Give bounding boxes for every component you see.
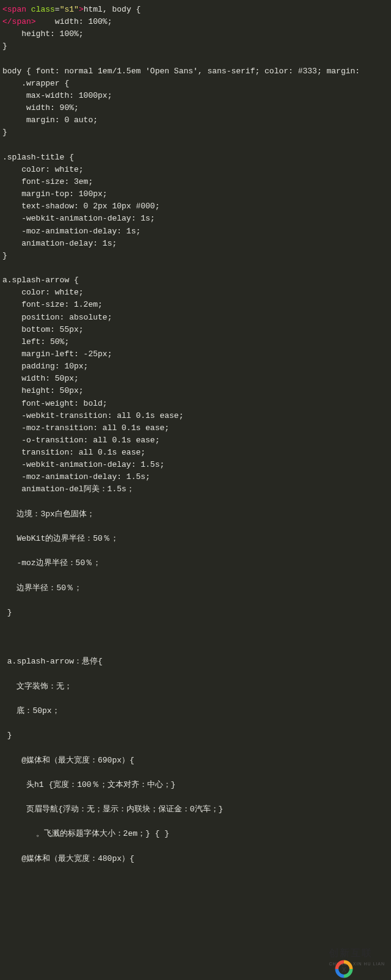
code-line: }	[2, 128, 7, 137]
code-line: position: absolute;	[2, 313, 112, 322]
code-line: a.splash-arrow：悬停{	[2, 657, 103, 666]
code-line: .splash-title {	[2, 153, 74, 162]
code-line: WebKit的边界半径：50％；	[2, 534, 119, 543]
code-line: width: 90%;	[2, 103, 79, 112]
code-line: text-shadow: 0 2px 10px #000;	[2, 202, 159, 211]
code-line: height: 50px;	[2, 386, 84, 395]
code-line: left: 50%;	[2, 337, 69, 346]
code-line: }	[2, 251, 7, 260]
tag-name: span	[7, 5, 26, 14]
code-line: bottom: 55px;	[2, 325, 84, 334]
code-line: -moz-animation-delay: 1s;	[2, 227, 141, 236]
logo-icon: X	[304, 946, 326, 968]
code-line: -webkit-animation-delay: 1.5s;	[2, 460, 164, 469]
code-line: max-width: 1000px;	[2, 91, 112, 100]
code-line: 。飞溅的标题字体大小：2em；} { }	[2, 829, 169, 838]
tag-name: span	[12, 17, 31, 26]
tag-close-bracket: >	[79, 5, 84, 14]
code-line: @媒体和（最大宽度：480px）{	[2, 854, 134, 863]
tag-open-bracket: <	[2, 5, 7, 14]
code-line: }	[2, 731, 12, 740]
code-line: -moz-transition: all 0.1s ease;	[2, 423, 169, 433]
code-block: <span class="s1">html, body { </span> wi…	[0, 0, 391, 980]
code-line: 边界半径：50％；	[2, 583, 82, 593]
code-line: -webkit-transition: all 0.1s ease;	[2, 411, 183, 420]
code-line: padding: 10px;	[2, 362, 88, 371]
code-line: }	[2, 608, 12, 617]
code-line: 边境：3px白色固体；	[2, 510, 95, 519]
code-line: -o-transition: all 0.1s ease;	[2, 436, 159, 445]
code-line: font-weight: bold;	[2, 399, 108, 408]
code-line: font-size: 3em;	[2, 177, 93, 186]
code-line: a.splash-arrow {	[2, 276, 79, 285]
code-line: 页眉导航{浮动：无；显示：内联块；保证金：0汽车；}	[2, 805, 223, 814]
tag-open-bracket: </	[2, 17, 12, 26]
code-line: width: 50px;	[2, 374, 79, 383]
code-line: 头h1 {宽度：100％；文本对齐：中心；}	[2, 780, 175, 789]
code-line: body { font: normal 1em/1.5em 'Open Sans…	[2, 67, 360, 76]
code-line: color: white;	[2, 288, 84, 297]
code-line: margin: 0 auto;	[2, 115, 98, 125]
code-line: 底：50px；	[2, 706, 60, 715]
code-line: <span class="s1">html, body {	[2, 5, 141, 14]
watermark-logo: X 创新互联 CHUANG XIN HU LIAN	[304, 946, 385, 968]
attr-value: "s1"	[60, 5, 79, 14]
code-line: font-size: 1.2em;	[2, 300, 103, 309]
code-line: -moz-animation-delay: 1.5s;	[2, 472, 150, 481]
attr-name: class	[31, 5, 55, 14]
code-line: transition: all 0.1s ease;	[2, 448, 145, 457]
tag-close-bracket: >	[31, 17, 36, 26]
code-line: -webkit-animation-delay: 1s;	[2, 214, 155, 223]
code-line: height: 100%;	[2, 29, 84, 38]
code-line: @媒体和（最大宽度：690px）{	[2, 756, 134, 765]
code-line: }	[2, 42, 7, 51]
code-line: margin-top: 100px;	[2, 189, 108, 199]
code-line: -moz边界半径：50％；	[2, 558, 101, 568]
code-line: 文字装饰：无；	[2, 682, 72, 691]
code-line: </span> width: 100%;	[2, 17, 112, 26]
code-line: color: white;	[2, 165, 84, 174]
code-line: animation-del阿美：1.5s；	[2, 485, 134, 494]
code-line: animation-delay: 1s;	[2, 239, 117, 248]
code-line: .wrapper {	[2, 79, 69, 88]
svg-text:X: X	[342, 966, 347, 973]
code-line: margin-left: -25px;	[2, 349, 112, 359]
